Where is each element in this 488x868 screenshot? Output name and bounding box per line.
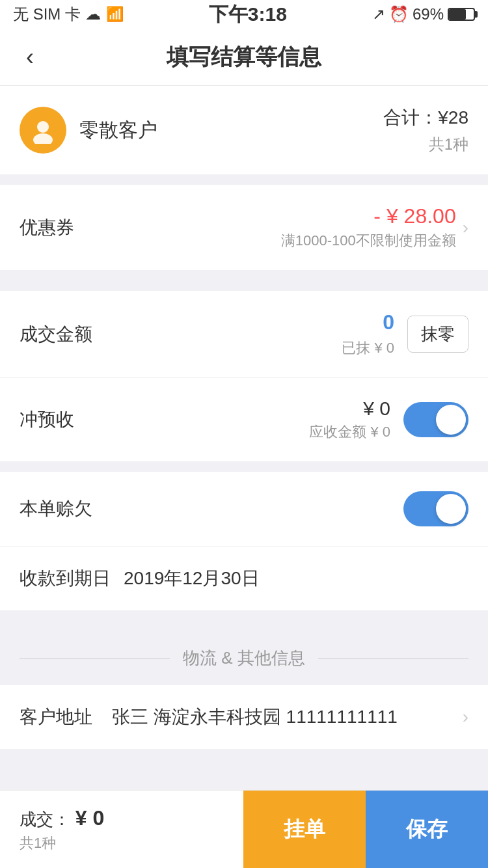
- status-left: 无 SIM 卡 ☁ 📶: [13, 4, 124, 25]
- battery-icon: [448, 8, 475, 21]
- prepay-row: 冲预收 ¥ 0 应收金额 ¥ 0: [0, 378, 488, 461]
- logistics-section: 物流 & 其他信息: [0, 631, 488, 685]
- bottom-left: 成交： ¥ 0 共1种: [0, 806, 243, 853]
- coupon-desc: 满1000-100不限制使用金额: [281, 231, 456, 251]
- due-date-value: 2019年12月30日: [124, 566, 260, 591]
- coupon-discount: - ¥ 28.00: [281, 204, 456, 228]
- logistics-title: 物流 & 其他信息: [170, 647, 318, 670]
- divider-2: [0, 461, 488, 472]
- amount-value: 0: [342, 310, 394, 334]
- back-button[interactable]: ‹: [20, 37, 40, 77]
- content: 零散客户 合计：¥28 共1种 优惠券 - ¥ 28.00 满1000-100不…: [0, 86, 488, 837]
- status-right: ↗ ⏰ 69%: [372, 5, 475, 23]
- bottom-deal-label: 成交：: [20, 809, 70, 829]
- coupon-label: 优惠券: [20, 215, 74, 240]
- address-value: 张三 海淀永丰科技园 11111111111: [112, 705, 463, 729]
- customer-total: 合计：¥28: [383, 105, 468, 130]
- customer-row: 零散客户 合计：¥28 共1种: [0, 86, 488, 174]
- debt-toggle-knob: [436, 494, 466, 524]
- bottom-deal-row: 成交： ¥ 0: [20, 806, 224, 831]
- prepay-receivable: 应收金额 ¥ 0: [309, 422, 390, 442]
- alarm-icon: ⏰: [389, 5, 409, 23]
- svg-point-0: [37, 121, 49, 133]
- prepay-amount: ¥ 0: [309, 398, 390, 420]
- prepay-amount-wrapper: ¥ 0 应收金额 ¥ 0: [309, 398, 390, 442]
- divider-1: [0, 280, 488, 291]
- coupon-info: - ¥ 28.00 满1000-100不限制使用金额: [281, 204, 456, 251]
- address-chevron-icon: ›: [463, 707, 468, 727]
- due-date-row: 收款到期日 2019年12月30日: [0, 547, 488, 610]
- prepay-toggle[interactable]: [403, 402, 468, 437]
- debt-section: 本单赊欠 收款到期日 2019年12月30日: [0, 472, 488, 610]
- prepay-label: 冲预收: [20, 407, 74, 432]
- amount-row: 成交金额 0 已抹 ¥ 0 抹零: [0, 291, 488, 378]
- status-bar: 无 SIM 卡 ☁ 📶 下午3:18 ↗ ⏰ 69%: [0, 0, 488, 29]
- customer-name: 零散客户: [79, 117, 157, 144]
- debt-toggle[interactable]: [403, 491, 468, 526]
- address-row[interactable]: 客户地址 张三 海淀永丰科技园 11111111111 ›: [0, 685, 488, 749]
- customer-left: 零散客户: [20, 107, 157, 154]
- address-label: 客户地址: [20, 705, 92, 729]
- logistics-line-left: [20, 658, 170, 658]
- bottom-bar: 成交： ¥ 0 共1种 挂单 保存: [0, 790, 488, 868]
- wifi-icon: 📶: [106, 6, 124, 23]
- debt-label: 本单赊欠: [20, 496, 92, 521]
- amount-deducted: 已抹 ¥ 0: [342, 338, 394, 358]
- debt-row: 本单赊欠: [0, 472, 488, 547]
- logistics-header: 物流 & 其他信息: [0, 631, 488, 685]
- bottom-count: 共1种: [20, 834, 224, 853]
- battery-percent: 69%: [413, 5, 444, 23]
- nav-bar: ‹ 填写结算等信息: [0, 29, 488, 86]
- coupon-right: - ¥ 28.00 满1000-100不限制使用金额 ›: [281, 204, 468, 251]
- round-zero-button[interactable]: 抹零: [407, 316, 468, 353]
- location-icon: ↗: [372, 5, 385, 23]
- due-date-label: 收款到期日: [20, 566, 111, 591]
- prepay-right: ¥ 0 应收金额 ¥ 0: [309, 398, 468, 442]
- save-button[interactable]: 保存: [366, 791, 488, 869]
- nav-title: 填写结算等信息: [167, 42, 321, 72]
- amount-label: 成交金额: [20, 322, 92, 347]
- chevron-right-icon: ›: [463, 217, 468, 238]
- hold-button[interactable]: 挂单: [243, 791, 366, 869]
- divider-3: [0, 610, 488, 621]
- bottom-deal-amount: ¥ 0: [75, 806, 104, 830]
- svg-point-1: [33, 133, 53, 144]
- logistics-line-right: [318, 658, 468, 658]
- amount-value-wrapper: 0 已抹 ¥ 0: [342, 310, 394, 358]
- toggle-knob: [436, 405, 466, 435]
- amount-right: 0 已抹 ¥ 0 抹零: [342, 310, 468, 358]
- customer-avatar: [20, 107, 66, 154]
- no-sim-label: 无 SIM 卡 ☁: [13, 4, 101, 25]
- status-time: 下午3:18: [209, 1, 287, 28]
- coupon-row[interactable]: 优惠券 - ¥ 28.00 满1000-100不限制使用金额 ›: [0, 185, 488, 270]
- amount-section: 成交金额 0 已抹 ¥ 0 抹零: [0, 291, 488, 378]
- customer-right: 合计：¥28 共1种: [383, 105, 468, 155]
- customer-count: 共1种: [383, 134, 468, 155]
